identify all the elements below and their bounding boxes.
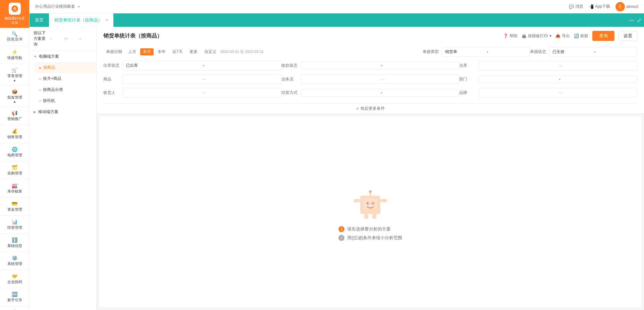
finance-nav-item[interactable]: 💳 资金管理 — [0, 198, 29, 216]
quick-nav-item[interactable]: ⚡ 快捷导航 — [0, 46, 29, 64]
storage-select[interactable]: 已出库 ▾ — [123, 61, 281, 70]
print-template-btn[interactable]: 🖨️ 按模板打印 ▾ — [522, 33, 551, 39]
app-download-btn[interactable]: 📲 App下载 — [589, 4, 610, 9]
wholesale-nav-item[interactable]: 📦 批发管理 ▲ — [0, 86, 29, 107]
tree-mobile: ▶ 移动端方案 — [30, 106, 96, 117]
tree-desktop-root[interactable]: ▼ 电脑端方案 — [30, 51, 96, 62]
collapse-conditions-btn[interactable]: ∧ 收起更多条件 — [103, 103, 637, 113]
ecom-nav-item[interactable]: 🌐 电商管理 — [0, 143, 29, 161]
tab-sales-stat[interactable]: 销货单统计表（按商品） × — [49, 13, 113, 27]
inventory-nav-item[interactable]: 🏭 库存核算 — [0, 179, 29, 198]
topbar-left: 办公用品行业模拟账套 ▾ — [35, 4, 80, 9]
content-area: 按以下方案查询 ＋ ⟳ « ▼ 电脑端方案 ● 按商品 ≡ — [30, 27, 644, 310]
appcenter-nav-item[interactable]: 📱 应用中心 — [0, 306, 29, 310]
settlement-select[interactable]: ▾ — [301, 89, 460, 97]
purchase-nav-item[interactable]: 🗂️ 采购管理 — [0, 161, 29, 179]
help-btn[interactable]: ❓ 帮助 — [503, 33, 518, 39]
brand-label: 品牌 — [459, 90, 476, 96]
date-bar: 上月 本月 本年 近7天 更多 自定义 2023-03-01 至 2023-03… — [125, 47, 264, 57]
marketing-nav-item[interactable]: 📢 营销推广 — [0, 107, 29, 125]
tree-item-by-goods[interactable]: ● 按商品 — [35, 62, 96, 73]
empty-step-2: 2 用[过滤]条件来缩小分析范围 — [338, 235, 402, 241]
warehouse-select[interactable]: ··· — [479, 61, 637, 70]
doctype-select[interactable]: 销货单 ▾ — [442, 47, 530, 57]
tree-item-icon2: ≡ — [39, 77, 41, 81]
tree-item-by-month-goods[interactable]: ≡ 按月+商品 — [35, 73, 96, 84]
filter-receiver: 收货人 ··· — [103, 88, 281, 97]
filter-row-1: 单据日期 上月 本月 本年 近7天 更多 自定义 2023-03-01 至 20… — [103, 45, 637, 59]
page-title-row: 销货单统计表（按商品） ❓ 帮助 🖨️ 按模板打印 ▾ 📤 — [103, 31, 637, 41]
username-label: demo2 — [626, 4, 639, 9]
export-btn[interactable]: 📤 导出 — [555, 33, 570, 39]
expand-icon2: ▶ — [34, 110, 36, 114]
brand-select[interactable]: ··· — [479, 88, 637, 97]
salesperson-select[interactable]: ··· — [301, 74, 460, 84]
empty-state: 1 请先选择要分析的方案 2 用[过滤]条件来缩小分析范围 — [99, 116, 641, 307]
filter-storage-status: 出库状态 已出库 ▾ — [103, 61, 281, 70]
tree-item-icon3: ≡ — [39, 88, 41, 92]
docstatus-select[interactable]: 已生效 ▾ — [549, 47, 637, 57]
date-this-year[interactable]: 本年 — [155, 48, 168, 55]
date-more[interactable]: 更多 — [187, 48, 200, 55]
refresh-btn[interactable]: 🔄 刷新 — [574, 33, 588, 39]
step-num-1: 1 — [338, 226, 344, 232]
collapse-label: ∧ 收起更多条件 — [356, 106, 384, 111]
tree-item-icon4: ≡ — [39, 99, 41, 103]
date-this-month[interactable]: 本月 — [140, 48, 154, 55]
message-btn[interactable]: 💬 消息 — [569, 4, 583, 9]
payment-chevron: ▾ — [381, 64, 456, 67]
maximize-btn[interactable]: ⤢ — [637, 17, 641, 23]
warehouse-dots: ··· — [559, 63, 634, 68]
tree-desktop: ▼ 电脑端方案 ● 按商品 ≡ 按月+商品 ≡ 按商品分类 — [30, 51, 96, 106]
tree-item-by-category[interactable]: ≡ 按商品分类 — [35, 84, 96, 95]
newuser-nav-item[interactable]: 🆕 新手引导 — [0, 288, 29, 306]
tab-close-btn[interactable]: × — [106, 18, 108, 22]
dept-select[interactable]: ▾ — [479, 75, 637, 83]
topbar: 办公用品行业模拟账套 ▾ 💬 消息 📲 App下载 E demo2 — [30, 0, 644, 13]
settings-button[interactable]: 设置 — [619, 31, 637, 41]
industry-dropdown-icon[interactable]: ▾ — [78, 4, 80, 9]
basic-nav-item[interactable]: ℹ️ 基础信息 — [0, 234, 29, 252]
refresh-icon: 🔄 — [574, 34, 579, 38]
date-custom[interactable]: 自定义 — [202, 48, 219, 55]
payment-select[interactable]: ▾ — [301, 62, 460, 69]
goods-select[interactable]: ··· — [123, 74, 281, 84]
date-7days[interactable]: 近7天 — [170, 48, 185, 55]
sales-nav-item[interactable]: 💰 销售管理 — [0, 125, 29, 143]
tabbar-actions: — ⤢ — [629, 17, 644, 23]
right-panel: 销货单统计表（按商品） ❓ 帮助 🖨️ 按模板打印 ▾ 📤 — [97, 27, 644, 310]
tree-item-label2: 按月+商品 — [43, 76, 61, 82]
operations-nav-item[interactable]: 📊 经营管理 — [0, 216, 29, 234]
logo-icon — [9, 3, 21, 15]
app-subtitle: 标版 — [11, 20, 18, 25]
system-nav-item[interactable]: ⚙️ 系统管理 — [0, 252, 29, 270]
salesperson-label: 业务员 — [281, 76, 298, 82]
tree-mobile-root[interactable]: ▶ 移动端方案 — [30, 106, 96, 117]
industry-label: 办公用品行业模拟账套 — [35, 4, 75, 9]
retail-nav-item[interactable]: 🛒 零售管理 ▲ — [0, 64, 29, 86]
user-profile-btn[interactable]: E demo2 — [615, 2, 639, 11]
tree-item-label3: 按商品分类 — [43, 87, 63, 93]
collab-nav-item[interactable]: 🤝 企业协同 — [0, 270, 29, 288]
svg-point-6 — [367, 202, 369, 204]
app-name: 畅捷通好生意 — [5, 16, 25, 20]
topbar-right: 💬 消息 📲 App下载 E demo2 — [569, 2, 639, 11]
tree-item-by-driver[interactable]: ≡ 按司机 — [35, 95, 96, 106]
page-header: 销货单统计表（按商品） ❓ 帮助 🖨️ 按模板打印 ▾ 📤 — [97, 27, 644, 114]
tree-desktop-children: ● 按商品 ≡ 按月+商品 ≡ 按商品分类 ≡ 按司机 — [30, 62, 96, 106]
minimize-btn[interactable]: — — [629, 17, 634, 23]
step-2-text: 用[过滤]条件来缩小分析范围 — [347, 235, 402, 241]
warehouse-label: 仓库 — [459, 63, 476, 68]
refresh-scheme-btn[interactable]: ⟳ — [64, 36, 77, 42]
search-menu-item[interactable]: 🔍 搜索菜单 — [0, 28, 29, 46]
date-prev-month[interactable]: 上月 — [125, 48, 139, 55]
add-scheme-btn[interactable]: ＋ — [49, 36, 62, 42]
collapse-panel-btn[interactable]: « — [79, 36, 92, 42]
left-panel-title: 按以下方案查询 — [34, 30, 47, 47]
receiver-select[interactable]: ··· — [123, 88, 281, 97]
receiver-dots: ··· — [203, 90, 278, 95]
query-button[interactable]: 查询 — [592, 31, 614, 41]
tab-home[interactable]: 首页 — [30, 13, 49, 27]
message-icon: 💬 — [569, 4, 574, 9]
export-label: 导出 — [562, 33, 570, 39]
